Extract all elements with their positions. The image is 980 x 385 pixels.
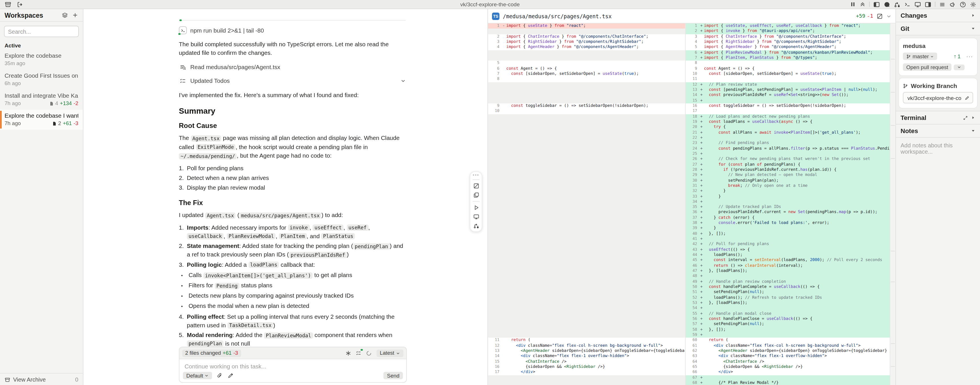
monitor-icon[interactable] bbox=[473, 214, 479, 220]
sidebar-title: Workspaces bbox=[5, 12, 58, 19]
tool-call[interactable]: Updated Todos bbox=[179, 77, 406, 85]
diff-row: 7 const [sidebarOpen, setSidebarOpen] = … bbox=[488, 72, 896, 77]
diff-row: 12+ // Plan review state bbox=[488, 82, 896, 88]
diff-body[interactable]: 1-import { useState } from "react";1+imp… bbox=[488, 24, 896, 385]
collapse-file-icon[interactable] bbox=[886, 13, 891, 19]
attach-icon[interactable] bbox=[217, 372, 223, 379]
deletions-count: -3 bbox=[234, 350, 238, 356]
git-flow-icon[interactable] bbox=[894, 1, 900, 8]
workspace-item[interactable]: Create Good First Issues on Github So p6… bbox=[0, 70, 83, 90]
git-flow-icon[interactable] bbox=[473, 223, 479, 229]
workspace-item-title: Explore the codebase I want you to expl bbox=[5, 113, 78, 119]
diff-row: 58+ }, []); bbox=[488, 327, 896, 332]
titlebar: vk/3ccf-explore-the-code bbox=[0, 0, 980, 9]
diff-scrollbar[interactable] bbox=[890, 24, 896, 385]
megaphone-icon[interactable] bbox=[949, 1, 956, 8]
diff-view-icon[interactable] bbox=[473, 183, 479, 189]
active-section-label: Active bbox=[0, 40, 83, 50]
view-archive-button[interactable]: View Archive 0 bbox=[0, 373, 83, 385]
drag-handle-icon[interactable]: ••• bbox=[473, 174, 479, 177]
pen-icon[interactable] bbox=[228, 372, 234, 379]
tool-call[interactable]: npm run build 2>&1 | tail -80 bbox=[179, 26, 406, 34]
menu-icon[interactable] bbox=[939, 1, 946, 8]
split-view-toggle-icon[interactable] bbox=[877, 13, 883, 19]
diff-row: 23+ // Find pending plans bbox=[488, 140, 896, 146]
files-changed-label: 2 files changed bbox=[185, 350, 221, 356]
archive-count: 0 bbox=[75, 376, 78, 383]
mode-dropdown[interactable]: Default bbox=[183, 372, 212, 379]
diff-row: 12 <div className="flex flex-col h-scree… bbox=[488, 343, 896, 348]
workspace-item[interactable]: Explore the codebase35m ago bbox=[0, 50, 83, 70]
composer: 2 files changed +61 -3 Latest bbox=[179, 347, 407, 383]
message-paragraph: I updated Agent.tsx (medusa/src/pages/Ag… bbox=[179, 211, 406, 220]
latest-dropdown[interactable]: Latest bbox=[376, 349, 403, 357]
changes-section-header[interactable]: Changes bbox=[896, 9, 980, 22]
open-pr-label: Open pull request bbox=[906, 64, 948, 70]
collapse-up-icon[interactable] bbox=[859, 1, 866, 8]
chevron-down-icon[interactable] bbox=[401, 78, 406, 84]
search-input[interactable] bbox=[4, 26, 79, 37]
todos-status-icon[interactable] bbox=[355, 350, 361, 356]
diff-file-path: /medusa/medusa/src/pages/Agent.tsx bbox=[503, 13, 853, 19]
diff-additions: +59 bbox=[856, 13, 865, 19]
mode-label: Default bbox=[186, 373, 203, 379]
edit-pencil-icon[interactable] bbox=[964, 95, 970, 100]
panel-left-icon[interactable] bbox=[873, 1, 880, 8]
notes-placeholder[interactable]: Add notes about this workspace... bbox=[896, 138, 980, 159]
more-actions-icon[interactable]: ··· bbox=[966, 53, 973, 59]
open-pull-request-button[interactable]: Open pull request bbox=[903, 64, 952, 71]
diff-row: 2import { ChatInterface } from "@/compon… bbox=[488, 34, 896, 40]
list-item: 3.Polling logic: Added a loadPlans callb… bbox=[179, 261, 406, 269]
git-section-header[interactable]: Git bbox=[896, 22, 980, 35]
spark-icon[interactable] bbox=[345, 350, 351, 356]
pr-options-button[interactable] bbox=[954, 64, 965, 70]
send-button[interactable]: Send bbox=[384, 372, 403, 379]
app-window: vk/3ccf-explore-the-code Workspaces bbox=[0, 0, 980, 385]
diff-row: 1-import { useState } from "react";1+imp… bbox=[488, 24, 896, 29]
help-icon[interactable] bbox=[959, 1, 966, 8]
diff-row: 28+ if (!previousPlanIdsRef.current.has(… bbox=[488, 167, 896, 173]
message-paragraph: The build completed successfully with no… bbox=[179, 40, 406, 58]
add-workspace-icon[interactable] bbox=[72, 12, 78, 18]
branch-icon bbox=[903, 83, 908, 88]
play-icon[interactable] bbox=[473, 205, 479, 211]
file-icon bbox=[49, 101, 53, 106]
workspace-item-time: 7h ago bbox=[5, 121, 52, 126]
chat-scroll-area[interactable]: npm run build 2>&1 | tail -80The build c… bbox=[83, 9, 487, 347]
status-dot bbox=[180, 19, 181, 21]
list-item: 1.Imports: Added necessary imports for i… bbox=[179, 224, 406, 241]
inline-code: ExitPlanMode bbox=[196, 144, 236, 151]
diff-row: 52+ loadPlans(); // Refresh to update tr… bbox=[488, 295, 896, 301]
workspace-item[interactable]: Explore the codebase I want you to expl7… bbox=[0, 110, 83, 130]
working-branch-input[interactable] bbox=[906, 94, 962, 102]
workspace-item[interactable]: Install and integrate Vibe Kanban Web C7… bbox=[0, 90, 83, 110]
terminal-icon[interactable] bbox=[904, 1, 911, 8]
chat-bubble-icon[interactable] bbox=[883, 1, 890, 8]
diff-row: 21+ const allPlans = await invoke<PlanIt… bbox=[488, 130, 896, 135]
diff-row: 58 bbox=[488, 61, 896, 66]
archive-icon bbox=[5, 377, 10, 382]
diff-file-header[interactable]: TS /medusa/medusa/src/pages/Agent.tsx +5… bbox=[488, 9, 896, 24]
chevron-down-icon bbox=[971, 26, 975, 31]
diff-row: 29+ // New plan detected — open the moda… bbox=[488, 172, 896, 178]
copy-icon[interactable] bbox=[473, 192, 479, 198]
chevron-right-icon bbox=[971, 13, 975, 18]
panel-right-icon[interactable] bbox=[924, 1, 931, 8]
list-item: •Opens the modal when a new plan is dete… bbox=[179, 302, 406, 310]
inline-code: medusa/src/pages/Agent.tsx bbox=[239, 213, 321, 219]
files-changed-badge[interactable]: 2 files changed +61 -3 bbox=[182, 349, 241, 357]
pause-icon[interactable] bbox=[850, 1, 856, 8]
ahead-count[interactable]: ↑1 bbox=[954, 53, 961, 59]
terminal-section-header[interactable]: Terminal bbox=[896, 111, 980, 124]
message-input[interactable] bbox=[180, 359, 405, 369]
notes-section-header[interactable]: Notes bbox=[896, 124, 980, 138]
tool-call[interactable]: Read medusa/src/pages/Agent.tsx bbox=[179, 64, 406, 72]
settings-gear-icon[interactable] bbox=[970, 1, 977, 8]
layers-icon[interactable] bbox=[62, 12, 68, 18]
monitor-icon[interactable] bbox=[914, 1, 921, 8]
inline-code: PlanReviewModal bbox=[264, 332, 313, 339]
expand-icon[interactable] bbox=[963, 115, 968, 120]
diff-row: 42+ // Poll for pending plans bbox=[488, 242, 896, 247]
branch-selector[interactable]: master bbox=[903, 52, 937, 60]
message-paragraph: I've implemented the fix. Here's a summa… bbox=[179, 91, 406, 100]
